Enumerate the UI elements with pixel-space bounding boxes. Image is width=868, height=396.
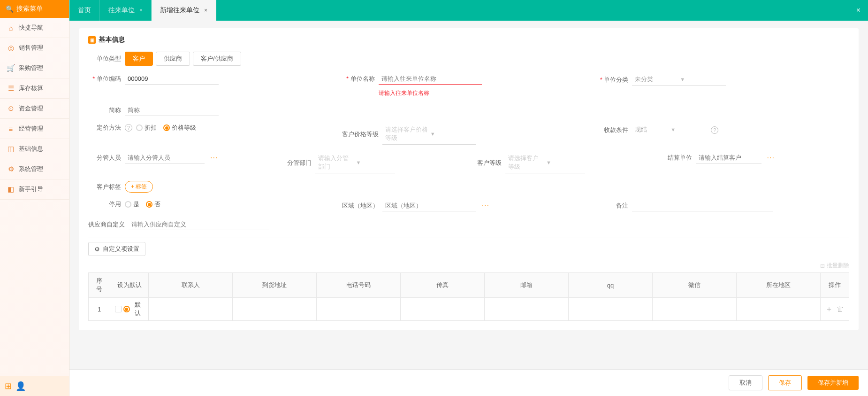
disable-yes[interactable]: 是 xyxy=(125,200,139,209)
discount-radio[interactable] xyxy=(136,124,143,131)
department-select[interactable]: 请输入分管部门 ▼ xyxy=(315,152,395,173)
batch-delete-btn[interactable]: ⊟ 批量删除 xyxy=(820,262,849,270)
type-both-btn[interactable]: 客户/供应商 xyxy=(193,52,241,66)
cell-wechat xyxy=(653,298,737,321)
sidebar-item-sales[interactable]: ◎ 销售管理 xyxy=(0,38,69,58)
settlement-unit-input[interactable] xyxy=(696,152,761,163)
type-customer-btn[interactable]: 客户 xyxy=(125,52,153,66)
unit-category-label: 单位分类 xyxy=(595,76,628,84)
payment-terms-select[interactable]: 现结 ▼ xyxy=(632,124,707,136)
row-checkbox[interactable] xyxy=(115,306,122,312)
row-delete-btn[interactable]: 🗑 xyxy=(837,305,844,313)
type-supplier-btn[interactable]: 供应商 xyxy=(156,52,190,66)
remark-input[interactable] xyxy=(632,200,773,211)
unit-code-label: 单位编码 xyxy=(88,75,121,83)
cancel-button[interactable]: 取消 xyxy=(729,375,762,390)
address-input[interactable] xyxy=(237,306,312,313)
sidebar-item-basic[interactable]: ◫ 基础信息 xyxy=(0,139,69,159)
customer-tag-label: 客户标签 xyxy=(88,183,121,191)
home-icon: ⌂ xyxy=(7,23,15,32)
customer-level-select[interactable]: 请选择客户等级 ▼ xyxy=(505,152,585,173)
unit-type-label: 单位类型 xyxy=(88,54,121,63)
pricing-help-icon[interactable]: ? xyxy=(125,124,132,132)
sidebar-item-finance[interactable]: ⊙ 资金管理 xyxy=(0,99,69,119)
save-new-button[interactable]: 保存并新增 xyxy=(807,376,859,390)
basic-icon: ◫ xyxy=(7,145,15,153)
sidebar-label: 采购管理 xyxy=(19,64,43,72)
disable-no-radio[interactable] xyxy=(146,201,152,208)
col-contact: 联系人 xyxy=(149,273,233,298)
wechat-input[interactable] xyxy=(657,306,731,313)
sales-icon: ◎ xyxy=(7,44,15,52)
unit-category-select[interactable]: 未分类 ▼ xyxy=(632,73,726,86)
manager-more-btn[interactable]: ··· xyxy=(208,154,220,162)
sidebar-item-purchase[interactable]: 🛒 采购管理 xyxy=(0,58,69,78)
price-level-label: 价格等级 xyxy=(172,124,196,132)
custom-settings-btn[interactable]: ⚙ 自定义项设置 xyxy=(88,242,145,256)
manager-input[interactable] xyxy=(125,152,205,163)
unit-name-input[interactable] xyxy=(379,73,482,85)
save-button[interactable]: 保存 xyxy=(768,375,802,390)
region-input-table[interactable] xyxy=(741,306,815,313)
guide-icon: ◧ xyxy=(7,185,15,194)
manager-row: 分管人员 ··· 分管部门 请输入分管部门 ▼ 客户等级 请选择客户等级 ▼ xyxy=(88,152,849,173)
fax-input[interactable] xyxy=(405,306,480,313)
customer-level-label: 客户等级 xyxy=(469,159,502,167)
short-name-group: 简称 xyxy=(88,105,849,116)
phone-input[interactable] xyxy=(321,306,396,313)
sidebar-item-operation[interactable]: ≡ 经营管理 xyxy=(0,119,69,139)
batch-delete-label: 批量删除 xyxy=(827,262,849,270)
region-more-btn[interactable]: ··· xyxy=(480,202,491,210)
col-email: 邮箱 xyxy=(485,273,569,298)
pricing-discount[interactable]: 折扣 xyxy=(136,124,157,132)
unit-name-error: 请输入往来单位名称 xyxy=(379,89,429,97)
sidebar-user-icon[interactable]: 👤 xyxy=(15,381,26,391)
tab-new-partner-close[interactable]: × xyxy=(204,7,207,14)
unit-category-group: 单位分类 未分类 ▼ xyxy=(595,73,849,86)
sidebar-item-system[interactable]: ⚙ 系统管理 xyxy=(0,159,69,179)
contact-input[interactable] xyxy=(153,306,228,313)
tab-partners[interactable]: 往来单位 × xyxy=(100,0,152,21)
disable-yes-radio[interactable] xyxy=(125,201,131,208)
operation-icon: ≡ xyxy=(7,124,15,133)
default-radio-item[interactable]: 默认 xyxy=(123,301,144,318)
pricing-price-level[interactable]: 价格等级 xyxy=(163,124,196,132)
tab-new-partner[interactable]: 新增往来单位 × xyxy=(152,0,216,21)
qq-input[interactable] xyxy=(573,306,647,313)
sidebar-bottom: ⊞ 👤 xyxy=(0,376,69,396)
disable-no[interactable]: 否 xyxy=(146,200,160,209)
settlement-more-btn[interactable]: ··· xyxy=(765,154,777,162)
window-close-btn[interactable]: × xyxy=(849,6,868,15)
manager-label: 分管人员 xyxy=(88,154,121,162)
search-menu-btn[interactable]: 🔍 搜索菜单 xyxy=(0,0,69,18)
unit-code-input[interactable] xyxy=(125,73,219,85)
supplier-custom-input[interactable] xyxy=(129,219,269,230)
form-content: ▣ 基本信息 单位类型 客户 供应商 客户/供应商 单位编码 xyxy=(69,21,868,369)
sidebar-item-inventory[interactable]: ☰ 库存核算 xyxy=(0,78,69,99)
short-name-label: 简称 xyxy=(88,106,121,115)
sidebar-label: 销售管理 xyxy=(19,44,43,52)
add-tag-btn[interactable]: + 标签 xyxy=(125,181,153,193)
short-name-input[interactable] xyxy=(125,105,219,116)
email-input[interactable] xyxy=(489,306,563,313)
row-add-btn[interactable]: ＋ xyxy=(825,304,833,314)
sidebar-label: 快捷导航 xyxy=(19,23,43,32)
payment-terms-help-icon[interactable]: ? xyxy=(711,126,718,134)
finance-icon: ⊙ xyxy=(7,104,15,113)
col-address: 到货地址 xyxy=(233,273,317,298)
sidebar-item-guide[interactable]: ◧ 新手引导 xyxy=(0,179,69,200)
custom-settings-label: 自定义项设置 xyxy=(103,245,139,253)
sidebar-expand-icon[interactable]: ⊞ xyxy=(5,381,12,391)
default-radio[interactable] xyxy=(123,306,130,312)
customer-price-select[interactable]: 请选择客户价格等级 ▼ xyxy=(382,124,476,145)
tab-partners-close[interactable]: × xyxy=(139,7,143,14)
price-level-radio[interactable] xyxy=(163,124,170,131)
settlement-unit-group: 结算单位 ··· xyxy=(659,152,850,163)
tab-home[interactable]: 首页 xyxy=(69,0,100,21)
pricing-row: 定价方法 ? 折扣 价格等级 客户价格等级 xyxy=(88,124,849,145)
region-input[interactable] xyxy=(382,200,476,211)
sidebar-item-quick-nav[interactable]: ⌂ 快捷导航 xyxy=(0,18,69,38)
tab-home-label: 首页 xyxy=(78,6,91,15)
table-actions: ⊟ 批量删除 xyxy=(88,262,849,270)
cell-region xyxy=(736,298,820,321)
